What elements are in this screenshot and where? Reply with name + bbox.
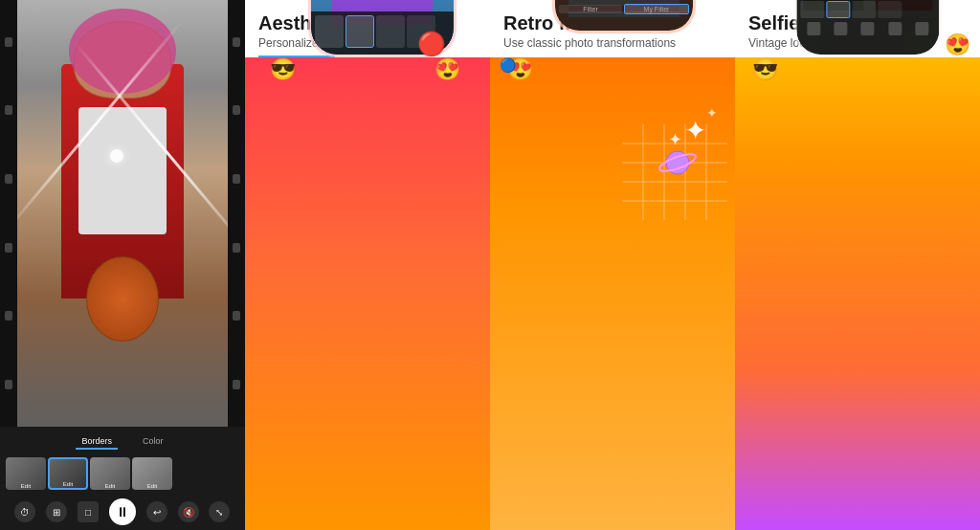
filter-thumb-selected	[345, 15, 374, 48]
phone-screen-3: Filter My Filter	[555, 0, 693, 31]
selfie-editor-strip	[796, 0, 939, 55]
tab-color[interactable]: Color	[137, 434, 169, 450]
thumbnail-item[interactable]: Edit	[90, 457, 130, 490]
timer-button[interactable]: ⏱	[14, 501, 35, 522]
selfie-thumb	[878, 1, 902, 18]
planet-decoration	[654, 139, 702, 187]
filter-strip-3: Filter My Filter	[555, 0, 693, 31]
film-hole	[233, 174, 240, 184]
film-hole	[233, 380, 240, 389]
tab-borders[interactable]: Borders	[76, 434, 118, 450]
resize-button[interactable]: ⤡	[209, 501, 230, 522]
retro-subtitle: Use classic photo transformations	[503, 36, 722, 50]
filter-label-1: Filter	[559, 5, 622, 13]
resize-icon: ⤡	[215, 507, 223, 518]
phone-screen-4	[796, 0, 939, 55]
film-hole	[5, 174, 12, 184]
selfie-thumb-selected	[826, 1, 850, 18]
undo-button[interactable]: ↩	[146, 501, 167, 522]
thumbnail-strip: Edit Edit Edit Edit	[0, 453, 245, 494]
themes-button[interactable]: ⊞	[46, 501, 67, 522]
film-hole	[5, 311, 12, 320]
filter-labels: Filter My Filter	[559, 0, 689, 27]
emoji-heart-eyes-1: 😍	[434, 57, 460, 82]
editor-tabs: Borders Color	[0, 431, 245, 453]
filter-label-2: My Filter	[624, 4, 689, 14]
thumbnail-item[interactable]: Edit	[132, 457, 172, 490]
themes-icon: ⊞	[53, 507, 60, 518]
film-border-left	[0, 0, 17, 427]
selfie-icons-row	[800, 22, 935, 35]
film-border-right	[228, 0, 245, 427]
aesthetic-panel: Aesthetic looks Personalize your own fil…	[245, 0, 490, 530]
phone-mockup-3: Filter My Filter	[552, 0, 696, 33]
thumb-label: Edit	[90, 483, 130, 489]
sparkle-star-3: ✦	[706, 105, 718, 121]
thumbnail-item[interactable]: Edit	[48, 457, 88, 490]
emoji-sunglasses-2: 😎	[752, 57, 778, 82]
undershirt	[78, 107, 167, 235]
film-strip	[0, 0, 245, 427]
thumb-label: Edit	[132, 483, 172, 489]
selfie-panel: Selfie filters Vintage looks, vignettes,…	[735, 0, 980, 530]
phone-mockup-4	[793, 0, 942, 57]
film-hole	[5, 37, 12, 47]
selfie-thumb	[800, 1, 824, 18]
selfie-icon	[861, 22, 875, 35]
selfie-icon	[835, 22, 848, 35]
film-hole	[233, 37, 240, 47]
selfie-icon	[807, 22, 820, 35]
film-hole	[5, 380, 12, 389]
editor-bottom: Borders Color Edit Edit Edit Edit ⏱ ⊞	[0, 427, 245, 530]
emoji-red-circle: 🔴	[417, 31, 446, 57]
main-photo	[0, 0, 245, 427]
basketball	[86, 256, 160, 342]
square-icon: □	[85, 507, 91, 518]
film-hole	[233, 105, 240, 115]
emoji-heart-eyes-3: 😍	[945, 33, 970, 57]
thumb-label: Edit	[6, 483, 46, 489]
filter-thumb	[376, 15, 405, 48]
selfie-icon	[888, 22, 902, 35]
film-hole	[5, 105, 12, 115]
play-pause-button[interactable]: ⏸	[109, 498, 136, 525]
film-hole	[233, 311, 240, 320]
undo-icon: ↩	[153, 507, 161, 518]
emoji-sunglasses-1: 😎	[270, 57, 296, 82]
timer-icon: ⏱	[20, 507, 30, 518]
thumb-label: Edit	[50, 481, 86, 487]
film-hole	[5, 243, 12, 253]
selfie-thumb	[852, 1, 876, 18]
retro-panel: Retro filters Use classic photo transfor…	[490, 0, 735, 530]
filter-thumb	[315, 15, 344, 48]
sound-icon: 🔇	[183, 507, 194, 518]
play-pause-icon: ⏸	[116, 504, 129, 519]
film-hole	[233, 243, 240, 253]
selfie-thumbs-row	[800, 1, 935, 18]
emoji-blue-circle: 🔵	[500, 57, 516, 73]
sound-button[interactable]: 🔇	[178, 501, 199, 522]
square-button[interactable]: □	[78, 501, 99, 522]
editor-controls: ⏱ ⊞ □ ⏸ ↩ 🔇 ⤡	[0, 494, 245, 530]
thumbnail-item[interactable]: Edit	[6, 457, 46, 490]
hair	[69, 9, 177, 94]
selfie-icon	[915, 22, 928, 35]
video-editor-panel: Borders Color Edit Edit Edit Edit ⏱ ⊞	[0, 0, 245, 530]
